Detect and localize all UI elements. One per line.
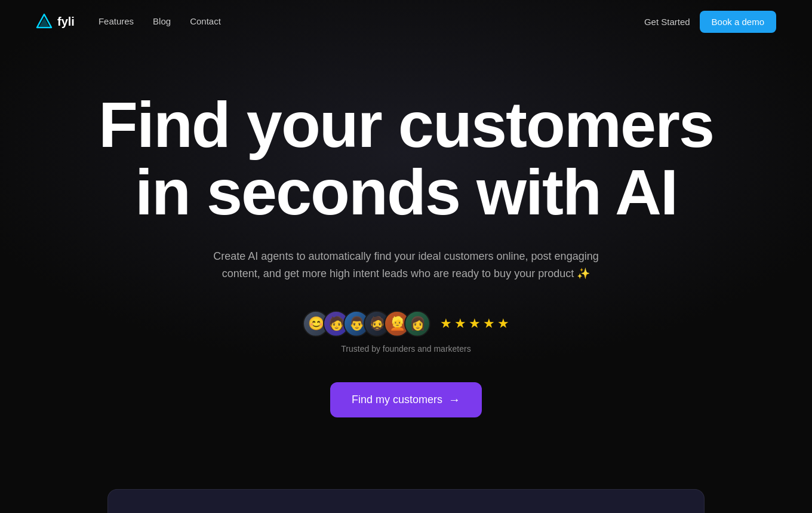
social-proof: 😊 🧑 👨 🧔 👱 👩 ★ ★ ★ ★ ★ xyxy=(303,311,509,337)
nav-blog-link[interactable]: Blog xyxy=(153,16,171,26)
book-demo-button[interactable]: Book a demo xyxy=(700,11,776,33)
nav-item-features[interactable]: Features xyxy=(99,16,134,27)
nav-item-contact[interactable]: Contact xyxy=(190,16,221,27)
cta-container: Find my customers → xyxy=(330,382,482,417)
star-1: ★ xyxy=(440,316,452,331)
avatar-group: 😊 🧑 👨 🧔 👱 👩 xyxy=(303,311,430,337)
cta-arrow-icon: → xyxy=(448,393,460,407)
nav-links: Features Blog Contact xyxy=(99,16,221,27)
logo-link[interactable]: fyli xyxy=(36,13,75,30)
star-2: ★ xyxy=(454,316,466,331)
nav-contact-link[interactable]: Contact xyxy=(190,16,221,26)
trusted-text: Trusted by founders and marketers xyxy=(341,344,470,354)
logo-text: fyli xyxy=(57,15,75,29)
hero-section: Find your customers in seconds with AI C… xyxy=(0,43,812,417)
avatar: 👩 xyxy=(404,311,430,337)
hero-title-line1: Find your customers xyxy=(99,88,713,161)
star-5: ★ xyxy=(497,316,509,331)
hero-title: Find your customers in seconds with AI xyxy=(99,91,713,226)
star-rating: ★ ★ ★ ★ ★ xyxy=(440,316,509,331)
hero-subtitle: Create AI agents to automatically find y… xyxy=(197,248,615,282)
bottom-card-hint xyxy=(107,489,705,513)
get-started-button[interactable]: Get Started xyxy=(644,17,690,27)
nav-features-link[interactable]: Features xyxy=(99,16,134,26)
star-3: ★ xyxy=(469,316,481,331)
navigation: fyli Features Blog Contact Get Started B… xyxy=(0,0,812,43)
star-4: ★ xyxy=(483,316,495,331)
nav-left: fyli Features Blog Contact xyxy=(36,13,221,30)
cta-button[interactable]: Find my customers → xyxy=(330,382,482,417)
logo-icon xyxy=(36,13,53,30)
nav-right: Get Started Book a demo xyxy=(644,11,776,33)
nav-item-blog[interactable]: Blog xyxy=(153,16,171,27)
cta-label: Find my customers xyxy=(352,394,442,406)
hero-title-line2: in seconds with AI xyxy=(135,156,677,228)
